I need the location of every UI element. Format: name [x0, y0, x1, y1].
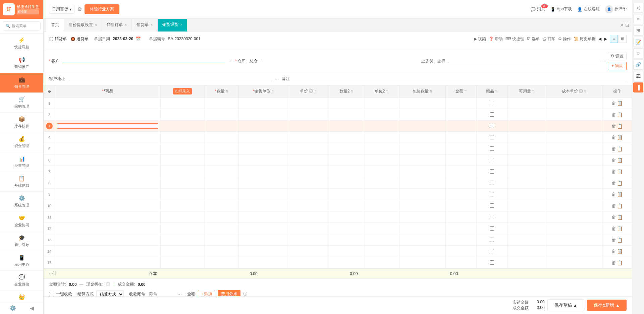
- sidebar-item-member[interactable]: 👑 畅会员: [0, 291, 43, 302]
- equals-button[interactable]: =: [113, 282, 115, 287]
- settings-gear-icon[interactable]: ⚙: [77, 6, 82, 12]
- copy-row-1-button[interactable]: 📋: [617, 101, 623, 106]
- gift-checkbox-9[interactable]: [490, 192, 494, 196]
- sidebar-item-purchase[interactable]: 🛒 采购管理: [0, 93, 43, 113]
- collapse-footer-button[interactable]: ◀: [30, 305, 34, 311]
- nav-prev-icon[interactable]: ◀: [598, 37, 601, 41]
- sidebar-item-basic[interactable]: 📋 基础信息: [0, 172, 43, 192]
- right-panel-star-button[interactable]: ☆: [633, 48, 643, 58]
- gift-checkbox-5[interactable]: [490, 146, 494, 151]
- copy-row-10-button[interactable]: 📋: [617, 203, 623, 208]
- delete-row-2-button[interactable]: 🗑: [611, 112, 616, 117]
- gift-checkbox-13[interactable]: [490, 238, 494, 242]
- product-input-10[interactable]: [57, 203, 158, 208]
- product-input-9[interactable]: [57, 192, 158, 197]
- sales-unit-sort-icon[interactable]: ⇅: [271, 89, 274, 93]
- gift-checkbox-11[interactable]: [490, 215, 494, 219]
- calendar-icon[interactable]: 📅: [136, 37, 141, 41]
- gift-checkbox-3[interactable]: [490, 124, 494, 128]
- staff-input[interactable]: [436, 58, 598, 64]
- print-button[interactable]: 🖨 打印: [542, 36, 555, 42]
- right-panel-list1-button[interactable]: ≡: [633, 14, 643, 24]
- gift-checkbox-4[interactable]: [490, 135, 494, 139]
- view-grid-button[interactable]: ⊞: [619, 35, 627, 43]
- help-button[interactable]: ❓ 帮助: [489, 36, 503, 42]
- remark-input[interactable]: [292, 76, 627, 82]
- right-panel-link-button[interactable]: 🔗: [633, 60, 643, 70]
- notification-button[interactable]: 💬 消息 70: [531, 6, 545, 12]
- product-input-12[interactable]: [57, 226, 158, 231]
- copy-row-5-button[interactable]: 📋: [617, 146, 623, 151]
- gift-checkbox-15[interactable]: [490, 260, 494, 265]
- settings-form-button[interactable]: ⚙ 设置: [608, 52, 627, 60]
- fee-distribution-button[interactable]: 费用分摊: [218, 290, 240, 296]
- copy-row-12-button[interactable]: 📋: [617, 226, 623, 231]
- product-input-4[interactable]: [57, 135, 158, 140]
- address-dots-button[interactable]: ···: [274, 76, 279, 82]
- sidebar-item-apps[interactable]: 📱 应用中心: [0, 251, 43, 271]
- copy-row-15-button[interactable]: 📋: [617, 260, 623, 265]
- product-input-15[interactable]: [57, 260, 158, 265]
- sidebar-item-wechat[interactable]: 💬 企业微信: [0, 271, 43, 291]
- logistics-button[interactable]: + 物流: [608, 62, 627, 70]
- copy-row-2-button[interactable]: 📋: [617, 112, 623, 117]
- gift-checkbox-6[interactable]: [490, 158, 494, 162]
- delete-row-5-button[interactable]: 🗑: [611, 146, 616, 151]
- delete-row-11-button[interactable]: 🗑: [611, 214, 616, 220]
- product-input-14[interactable]: [57, 249, 158, 254]
- delete-row-4-button[interactable]: 🗑: [611, 135, 616, 140]
- right-panel-orange-button[interactable]: ▐: [633, 82, 643, 92]
- delete-row-12-button[interactable]: 🗑: [611, 226, 616, 231]
- right-panel-note-button[interactable]: 📝: [633, 37, 643, 47]
- tab-sales-return[interactable]: 销货退货 ×: [158, 19, 187, 32]
- address-input[interactable]: [68, 76, 272, 82]
- sidebar-item-system[interactable]: ⚙️ 系统管理: [0, 192, 43, 211]
- select-button[interactable]: ☑ 选单: [527, 36, 540, 42]
- gift-sort-icon[interactable]: ⇅: [495, 89, 498, 93]
- product-input-11[interactable]: [57, 215, 158, 219]
- delete-row-10-button[interactable]: 🗑: [611, 203, 616, 208]
- sidebar-item-guide[interactable]: 🎓 新手引导: [0, 231, 43, 251]
- copy-row-8-button[interactable]: 📋: [617, 180, 623, 186]
- tab-close-sales-return[interactable]: ×: [180, 23, 182, 26]
- user-avatar[interactable]: 👤 徐泽华: [605, 5, 627, 13]
- delete-row-3-button[interactable]: 🗑: [611, 123, 616, 129]
- sidebar-item-enterprise[interactable]: 🤝 企业协同: [0, 211, 43, 231]
- sidebar-item-finance[interactable]: 💰 资金管理: [0, 132, 43, 152]
- gift-checkbox-10[interactable]: [490, 203, 494, 208]
- gift-checkbox-8[interactable]: [490, 181, 494, 185]
- settings-footer-button[interactable]: ⚙️: [9, 305, 16, 311]
- copy-row-4-button[interactable]: 📋: [617, 135, 623, 140]
- sidebar-item-inventory[interactable]: 📦 库存核算: [0, 113, 43, 132]
- trial-button[interactable]: 体验行业方案: [85, 4, 119, 14]
- delete-row-6-button[interactable]: 🗑: [611, 158, 616, 163]
- tab-price-settings[interactable]: 售价提取设置 ×: [64, 19, 102, 32]
- sidebar-item-shortcut[interactable]: ⚡ 快捷导航: [0, 34, 43, 53]
- copy-row-9-button[interactable]: 📋: [617, 192, 623, 197]
- app-download-button[interactable]: 📱 App下载: [550, 6, 572, 12]
- product-input-8[interactable]: [57, 181, 158, 185]
- right-panel-expand-button[interactable]: ◁: [633, 3, 643, 13]
- delete-row-13-button[interactable]: 🗑: [611, 237, 616, 243]
- shortcuts-button[interactable]: ⌨ 快捷键: [505, 36, 524, 42]
- warehouse-dots-button[interactable]: ···: [260, 58, 265, 64]
- video-button[interactable]: ▶ 视频: [474, 36, 486, 42]
- price-sort-icon[interactable]: ⇅: [314, 89, 317, 93]
- pack-sort-icon[interactable]: ⇅: [430, 89, 432, 93]
- product-input-2[interactable]: [57, 112, 158, 117]
- amount-sort-icon[interactable]: ⇅: [464, 89, 467, 93]
- copy-row-3-button[interactable]: 📋: [617, 123, 623, 129]
- copy-row-13-button[interactable]: 📋: [617, 237, 623, 243]
- industry-select[interactable]: 日用百货 ▾: [49, 5, 74, 14]
- scan-button[interactable]: 扫码录入: [173, 88, 192, 95]
- add-row-button[interactable]: +: [46, 123, 53, 129]
- tab-close-sales-delivery[interactable]: ×: [151, 23, 153, 27]
- qty2-sort-icon[interactable]: ⇅: [351, 89, 354, 93]
- gift-checkbox-14[interactable]: [490, 249, 494, 253]
- sidebar-item-operations[interactable]: 📊 经营管理: [0, 152, 43, 172]
- radio-sales-return[interactable]: 退货单: [71, 36, 89, 42]
- product-input-13[interactable]: [57, 238, 158, 242]
- col-gear[interactable]: ⚙: [44, 85, 55, 98]
- search-menu-button[interactable]: 🔍 搜索菜单: [3, 21, 41, 30]
- delete-row-8-button[interactable]: 🗑: [611, 180, 616, 186]
